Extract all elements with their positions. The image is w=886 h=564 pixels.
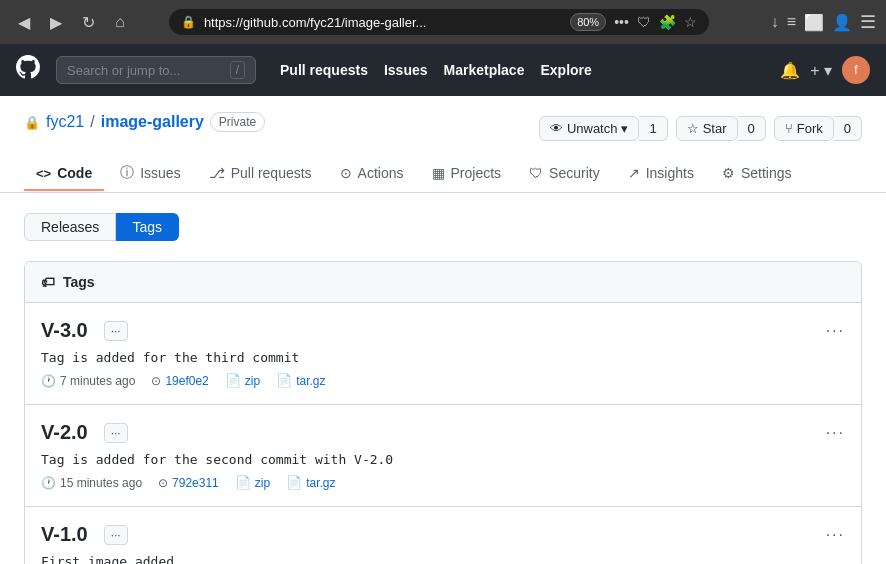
star-button[interactable]: ☆ Star xyxy=(676,116,738,141)
commit-icon: ⊙ xyxy=(151,374,161,388)
eye-icon: 👁 xyxy=(550,121,563,136)
tab-code[interactable]: <> Code xyxy=(24,157,104,191)
nav-issues[interactable]: Issues xyxy=(384,62,428,78)
download-icon[interactable]: ↓ xyxy=(771,13,779,31)
tags-toggle-button[interactable]: Tags xyxy=(116,213,179,241)
extension-icon: 🧩 xyxy=(659,14,676,30)
watch-count[interactable]: 1 xyxy=(639,116,667,141)
user-avatar[interactable]: f xyxy=(842,56,870,84)
tab-issues[interactable]: ⓘ Issues xyxy=(108,156,192,192)
tag-v1-more-button[interactable]: ··· xyxy=(826,526,845,544)
tag-v2-zip-link[interactable]: 📄 zip xyxy=(235,475,270,490)
repo-owner-link[interactable]: fyc21 xyxy=(46,113,84,131)
nav-explore[interactable]: Explore xyxy=(540,62,591,78)
star-count[interactable]: 0 xyxy=(738,116,766,141)
more-dots[interactable]: ••• xyxy=(614,14,629,30)
repo-name-link[interactable]: image-gallery xyxy=(101,113,204,131)
zoom-badge: 80% xyxy=(570,13,606,31)
clock-icon: 🕐 xyxy=(41,374,56,388)
commit-icon-v2: ⊙ xyxy=(158,476,168,490)
tag-v3-commit-link[interactable]: 19ef0e2 xyxy=(165,374,208,388)
shield-icon: 🛡 xyxy=(637,14,651,30)
tag-v3-commit: ⊙ 19ef0e2 xyxy=(151,374,208,388)
tag-v1-description: First image added. xyxy=(41,554,845,564)
nav-marketplace[interactable]: Marketplace xyxy=(444,62,525,78)
tab-insights-label: Insights xyxy=(646,165,694,181)
tag-v2-name: V-2.0 xyxy=(41,421,88,444)
tags-header-label: Tags xyxy=(63,274,95,290)
tag-v3-zip-link[interactable]: 📄 zip xyxy=(225,373,260,388)
repo-breadcrumb: 🔒 fyc21 / image-gallery Private xyxy=(24,112,265,132)
topnav-right: 🔔 + ▾ f xyxy=(780,56,870,84)
issues-icon: ⓘ xyxy=(120,164,134,182)
tag-v1-header: V-1.0 ··· ··· xyxy=(41,523,845,546)
tag-v3-targz-link[interactable]: 📄 tar.gz xyxy=(276,373,325,388)
tag-v2-targz-link[interactable]: 📄 tar.gz xyxy=(286,475,335,490)
back-button[interactable]: ◀ xyxy=(10,8,38,36)
forward-button[interactable]: ▶ xyxy=(42,8,70,36)
pr-icon: ⎇ xyxy=(209,165,225,181)
repo-header: 🔒 fyc21 / image-gallery Private 👁 Unwatc… xyxy=(0,96,886,193)
tab-settings-label: Settings xyxy=(741,165,792,181)
private-badge: Private xyxy=(210,112,265,132)
bookmark-star-icon[interactable]: ☆ xyxy=(684,14,697,30)
zip-icon: 📄 xyxy=(225,373,241,388)
releases-toggle-button[interactable]: Releases xyxy=(24,213,116,241)
releases-tags-toggle: Releases Tags xyxy=(24,213,862,241)
home-button[interactable]: ⌂ xyxy=(106,8,134,36)
lock-icon: 🔒 xyxy=(24,115,40,130)
search-box[interactable]: Search or jump to... / xyxy=(56,56,256,84)
browser-chrome: ◀ ▶ ↻ ⌂ 🔒 https://github.com/fyc21/image… xyxy=(0,0,886,44)
bell-icon[interactable]: 🔔 xyxy=(780,61,800,80)
tab-projects[interactable]: ▦ Projects xyxy=(420,157,514,191)
tabs-icon[interactable]: ⬜ xyxy=(804,13,824,32)
tab-issues-label: Issues xyxy=(140,165,180,181)
library-icon[interactable]: ≡ xyxy=(787,13,796,31)
watch-dropdown-icon: ▾ xyxy=(621,121,628,136)
menu-icon[interactable]: ☰ xyxy=(860,11,876,33)
tab-actions-label: Actions xyxy=(358,165,404,181)
address-bar[interactable]: 🔒 https://github.com/fyc21/image-galler.… xyxy=(169,9,709,35)
tag-item-v1: V-1.0 ··· ··· First image added. 🕐 43 mi… xyxy=(25,507,861,564)
address-url: https://github.com/fyc21/image-galler... xyxy=(204,15,562,30)
tag-v2-description: Tag is added for the second commit with … xyxy=(41,452,845,467)
tag-v1-badge: ··· xyxy=(104,525,128,545)
tab-security[interactable]: 🛡 Security xyxy=(517,157,612,191)
plus-icon[interactable]: + ▾ xyxy=(810,61,832,80)
clock-icon-v2: 🕐 xyxy=(41,476,56,490)
tag-v3-name: V-3.0 xyxy=(41,319,88,342)
tab-security-label: Security xyxy=(549,165,600,181)
tab-pull-requests[interactable]: ⎇ Pull requests xyxy=(197,157,324,191)
security-icon: 🛡 xyxy=(529,165,543,181)
tag-v2-commit-link[interactable]: 792e311 xyxy=(172,476,219,490)
refresh-button[interactable]: ↻ xyxy=(74,8,102,36)
tags-header-icon: 🏷 xyxy=(41,274,55,290)
unwatch-button[interactable]: 👁 Unwatch ▾ xyxy=(539,116,640,141)
browser-nav: ◀ ▶ ↻ ⌂ xyxy=(10,8,134,36)
github-logo[interactable] xyxy=(16,55,40,85)
tag-v3-more-button[interactable]: ··· xyxy=(826,322,845,340)
tag-item-v2: V-2.0 ··· ··· Tag is added for the secon… xyxy=(25,405,861,507)
actions-icon: ⊙ xyxy=(340,165,352,181)
tag-v2-badge: ··· xyxy=(104,423,128,443)
unwatch-label: Unwatch xyxy=(567,121,618,136)
targz-icon-v2: 📄 xyxy=(286,475,302,490)
nav-pull-requests[interactable]: Pull requests xyxy=(280,62,368,78)
tag-v2-meta: 🕐 15 minutes ago ⊙ 792e311 📄 zip 📄 tar.g… xyxy=(41,475,845,490)
tab-insights[interactable]: ↗ Insights xyxy=(616,157,706,191)
fork-button[interactable]: ⑂ Fork xyxy=(774,116,834,141)
tag-v3-meta: 🕐 7 minutes ago ⊙ 19ef0e2 📄 zip 📄 tar.gz xyxy=(41,373,845,388)
tag-v3-badge: ··· xyxy=(104,321,128,341)
search-shortcut-badge: / xyxy=(230,61,245,79)
tab-settings[interactable]: ⚙ Settings xyxy=(710,157,804,191)
zip-icon-v2: 📄 xyxy=(235,475,251,490)
tag-v3-description: Tag is added for the third commit xyxy=(41,350,845,365)
account-icon[interactable]: 👤 xyxy=(832,13,852,32)
fork-count[interactable]: 0 xyxy=(834,116,862,141)
tab-actions[interactable]: ⊙ Actions xyxy=(328,157,416,191)
tab-code-label: Code xyxy=(57,165,92,181)
search-placeholder: Search or jump to... xyxy=(67,63,180,78)
tag-v2-more-button[interactable]: ··· xyxy=(826,424,845,442)
tag-v2-commit: ⊙ 792e311 xyxy=(158,476,219,490)
fork-icon: ⑂ xyxy=(785,121,793,136)
